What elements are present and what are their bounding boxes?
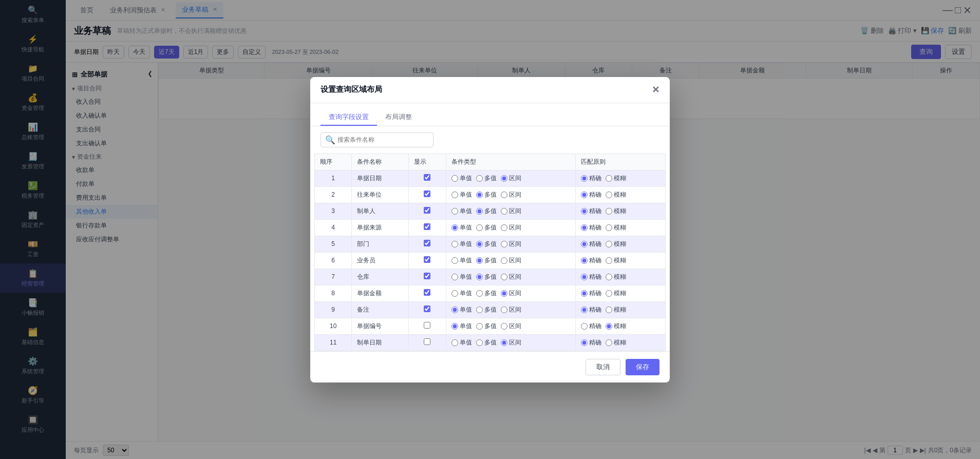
match-radio-精确[interactable]: 精确 — [581, 174, 601, 183]
type-radio-多值[interactable]: 多值 — [476, 289, 497, 298]
modal-row-show[interactable] — [409, 203, 446, 219]
modal-row-show[interactable] — [409, 219, 446, 236]
type-radio-区间[interactable]: 区间 — [501, 322, 521, 331]
type-radio-单值[interactable]: 单值 — [451, 322, 472, 331]
type-radio-区间[interactable]: 区间 — [501, 240, 521, 248]
modal-row-show[interactable] — [409, 252, 446, 269]
match-radio-精确[interactable]: 精确 — [581, 338, 601, 347]
type-radio-单值[interactable]: 单值 — [451, 223, 472, 232]
modal-row-type[interactable]: 单值多值区间 — [446, 203, 575, 219]
modal-row-type[interactable]: 单值多值区间 — [446, 334, 575, 351]
match-radio-模糊[interactable]: 模糊 — [606, 207, 626, 216]
match-radio-模糊[interactable]: 模糊 — [606, 256, 626, 265]
modal-row-show[interactable] — [409, 318, 446, 334]
modal-row-type[interactable]: 单值多值区间 — [446, 301, 575, 318]
type-radio-区间[interactable]: 区间 — [501, 174, 521, 183]
type-radio-单值[interactable]: 单值 — [451, 256, 472, 265]
type-radio-多值[interactable]: 多值 — [476, 305, 497, 314]
type-radio-多值[interactable]: 多值 — [476, 256, 497, 265]
type-radio-多值[interactable]: 多值 — [476, 338, 497, 347]
match-radio-精确[interactable]: 精确 — [581, 240, 601, 248]
modal-row-match[interactable]: 精确模糊 — [575, 285, 665, 301]
modal-row-show[interactable] — [409, 269, 446, 285]
modal-tab-fields[interactable]: 查询字段设置 — [321, 109, 377, 126]
match-radio-模糊[interactable]: 模糊 — [606, 190, 626, 199]
type-radio-区间[interactable]: 区间 — [501, 190, 521, 199]
show-checkbox[interactable] — [424, 322, 430, 329]
match-radio-模糊[interactable]: 模糊 — [606, 322, 626, 331]
modal-row-match[interactable]: 精确模糊 — [575, 236, 665, 252]
modal-row-type[interactable]: 单值多值区间 — [446, 269, 575, 285]
modal-row-match[interactable]: 精确模糊 — [575, 301, 665, 318]
show-checkbox[interactable] — [424, 190, 430, 197]
type-radio-区间[interactable]: 区间 — [501, 256, 521, 265]
type-radio-单值[interactable]: 单值 — [451, 207, 472, 216]
modal-row-type[interactable]: 单值多值区间 — [446, 318, 575, 334]
type-radio-多值[interactable]: 多值 — [476, 174, 497, 183]
type-radio-单值[interactable]: 单值 — [451, 174, 472, 183]
show-checkbox[interactable] — [424, 207, 430, 214]
cancel-button[interactable]: 取消 — [586, 359, 620, 375]
match-radio-精确[interactable]: 精确 — [581, 322, 601, 331]
modal-row-match[interactable]: 精确模糊 — [575, 170, 665, 186]
save-button[interactable]: 保存 — [626, 359, 659, 375]
type-radio-区间[interactable]: 区间 — [501, 289, 521, 298]
modal-row-show[interactable] — [409, 334, 446, 351]
type-radio-区间[interactable]: 区间 — [501, 273, 521, 281]
type-radio-单值[interactable]: 单值 — [451, 338, 472, 347]
show-checkbox[interactable] — [424, 223, 430, 230]
match-radio-精确[interactable]: 精确 — [581, 223, 601, 232]
match-radio-精确[interactable]: 精确 — [581, 289, 601, 298]
type-radio-单值[interactable]: 单值 — [451, 240, 472, 248]
type-radio-单值[interactable]: 单值 — [451, 190, 472, 199]
type-radio-区间[interactable]: 区间 — [501, 305, 521, 314]
modal-row-show[interactable] — [409, 186, 446, 203]
modal-row-type[interactable]: 单值多值区间 — [446, 236, 575, 252]
modal-search-input[interactable] — [337, 136, 429, 143]
modal-close-btn[interactable]: ✕ — [652, 84, 659, 95]
show-checkbox[interactable] — [424, 289, 430, 296]
type-radio-单值[interactable]: 单值 — [451, 305, 472, 314]
type-radio-多值[interactable]: 多值 — [476, 190, 497, 199]
modal-row-match[interactable]: 精确模糊 — [575, 334, 665, 351]
modal-tab-layout[interactable]: 布局调整 — [377, 109, 420, 126]
match-radio-模糊[interactable]: 模糊 — [606, 338, 626, 347]
show-checkbox[interactable] — [424, 273, 430, 279]
show-checkbox[interactable] — [424, 240, 430, 246]
modal-row-match[interactable]: 精确模糊 — [575, 269, 665, 285]
match-radio-精确[interactable]: 精确 — [581, 305, 601, 314]
modal-row-show[interactable] — [409, 285, 446, 301]
match-radio-精确[interactable]: 精确 — [581, 190, 601, 199]
type-radio-多值[interactable]: 多值 — [476, 273, 497, 281]
modal-row-type[interactable]: 单值多值区间 — [446, 285, 575, 301]
match-radio-模糊[interactable]: 模糊 — [606, 240, 626, 248]
modal-row-match[interactable]: 精确模糊 — [575, 252, 665, 269]
type-radio-多值[interactable]: 多值 — [476, 223, 497, 232]
type-radio-单值[interactable]: 单值 — [451, 273, 472, 281]
show-checkbox[interactable] — [424, 338, 430, 345]
modal-row-match[interactable]: 精确模糊 — [575, 186, 665, 203]
show-checkbox[interactable] — [424, 305, 430, 312]
modal-row-show[interactable] — [409, 170, 446, 186]
modal-row-type[interactable]: 单值多值区间 — [446, 170, 575, 186]
modal-row-type[interactable]: 单值多值区间 — [446, 219, 575, 236]
show-checkbox[interactable] — [424, 174, 430, 181]
match-radio-模糊[interactable]: 模糊 — [606, 174, 626, 183]
show-checkbox[interactable] — [424, 256, 430, 263]
match-radio-模糊[interactable]: 模糊 — [606, 223, 626, 232]
match-radio-模糊[interactable]: 模糊 — [606, 273, 626, 281]
modal-row-match[interactable]: 精确模糊 — [575, 318, 665, 334]
type-radio-多值[interactable]: 多值 — [476, 240, 497, 248]
match-radio-精确[interactable]: 精确 — [581, 273, 601, 281]
match-radio-模糊[interactable]: 模糊 — [606, 289, 626, 298]
match-radio-模糊[interactable]: 模糊 — [606, 305, 626, 314]
match-radio-精确[interactable]: 精确 — [581, 207, 601, 216]
modal-row-show[interactable] — [409, 236, 446, 252]
type-radio-区间[interactable]: 区间 — [501, 207, 521, 216]
match-radio-精确[interactable]: 精确 — [581, 256, 601, 265]
type-radio-区间[interactable]: 区间 — [501, 338, 521, 347]
modal-row-type[interactable]: 单值多值区间 — [446, 252, 575, 269]
modal-row-match[interactable]: 精确模糊 — [575, 203, 665, 219]
type-radio-区间[interactable]: 区间 — [501, 223, 521, 232]
modal-row-show[interactable] — [409, 301, 446, 318]
